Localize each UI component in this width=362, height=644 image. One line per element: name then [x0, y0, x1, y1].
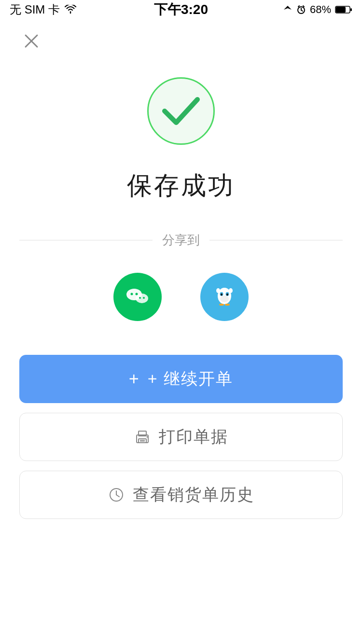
svg-rect-29: [139, 439, 146, 443]
share-icons-row: [19, 273, 343, 321]
continue-label: + 继续开单: [148, 368, 233, 390]
svg-point-22: [220, 295, 229, 302]
close-icon: [23, 32, 40, 50]
svg-point-25: [216, 288, 220, 293]
svg-point-26: [229, 288, 233, 293]
sim-label: 无 SIM 卡: [10, 2, 60, 17]
history-icon: [108, 486, 125, 504]
qq-share-button[interactable]: [200, 273, 249, 321]
print-label: 打印单据: [159, 426, 228, 448]
status-left: 无 SIM 卡: [10, 2, 77, 17]
qq-icon: [209, 282, 239, 312]
close-area: [0, 19, 362, 58]
svg-point-19: [221, 294, 223, 296]
svg-point-11: [136, 294, 148, 303]
continue-button[interactable]: + + 继续开单: [19, 355, 343, 403]
svg-point-13: [136, 293, 138, 295]
svg-line-3: [298, 6, 299, 7]
svg-point-12: [131, 293, 133, 295]
status-bar: 无 SIM 卡 下午3:20 68%: [0, 0, 362, 19]
svg-rect-6: [336, 7, 346, 13]
svg-point-24: [225, 304, 230, 306]
share-label: 分享到: [162, 232, 200, 249]
divider-right: [209, 240, 343, 240]
svg-point-14: [139, 297, 141, 299]
battery-percent: 68%: [310, 3, 331, 16]
status-right: 68%: [283, 3, 352, 16]
svg-line-4: [303, 6, 304, 7]
wechat-icon: [123, 282, 153, 312]
checkmark-icon: [162, 97, 200, 126]
success-check-circle: [147, 77, 215, 145]
success-title: 保存成功: [127, 169, 235, 203]
svg-line-2: [301, 10, 303, 11]
history-label: 查看销货单历史: [133, 484, 254, 506]
print-button[interactable]: 打印单据: [19, 413, 343, 461]
success-container: 保存成功: [0, 58, 362, 232]
battery-icon: [335, 5, 352, 14]
svg-rect-7: [350, 8, 352, 11]
status-time: 下午3:20: [154, 0, 208, 19]
history-button[interactable]: 查看销货单历史: [19, 471, 343, 519]
printer-icon: [134, 428, 151, 446]
svg-point-32: [147, 436, 148, 438]
share-section: 分享到: [0, 232, 362, 321]
share-divider: 分享到: [19, 232, 343, 249]
svg-point-20: [226, 294, 228, 296]
svg-point-15: [143, 297, 145, 299]
wifi-icon: [64, 5, 77, 14]
svg-line-35: [116, 495, 119, 497]
divider-left: [19, 240, 153, 240]
svg-point-23: [219, 304, 224, 306]
alarm-icon: [296, 5, 306, 14]
wechat-share-button[interactable]: [113, 273, 162, 321]
action-buttons: + + 继续开单 打印单据 查看销货单历史: [0, 355, 362, 519]
location-icon: [283, 5, 292, 14]
close-button[interactable]: [19, 29, 43, 53]
plus-icon: +: [129, 369, 140, 389]
